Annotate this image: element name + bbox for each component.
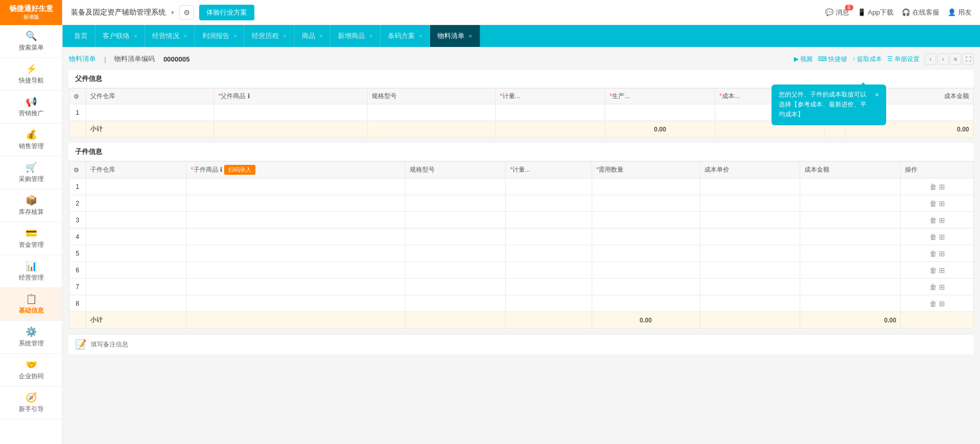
child-needed-qty-3[interactable] <box>592 229 700 245</box>
sidebar-item-inventory[interactable]: 📦 库存核算 <box>0 189 62 222</box>
nav-tab-2[interactable]: 经营情况× <box>145 25 194 47</box>
child-amount-6[interactable] <box>800 279 901 295</box>
copy-icon-3[interactable]: ⊞ <box>939 233 945 241</box>
child-needed-qty-5[interactable] <box>592 262 700 279</box>
user-button[interactable]: 👤 用友 <box>948 8 972 17</box>
child-spec-2[interactable] <box>405 212 506 229</box>
child-unit-cost-2[interactable] <box>700 212 800 229</box>
child-warehouse-5[interactable] <box>86 262 187 279</box>
parent-product-cell[interactable] <box>214 104 368 121</box>
child-warehouse-4[interactable] <box>86 245 187 262</box>
child-unit-cost-6[interactable] <box>700 279 800 295</box>
single-settings-button[interactable]: ☰ 单据设置 <box>887 55 920 64</box>
nav-tab-close-5[interactable]: × <box>320 33 323 39</box>
child-spec-0[interactable] <box>405 178 506 195</box>
child-amount-2[interactable] <box>800 212 901 229</box>
child-product-6[interactable] <box>186 279 405 295</box>
child-qty-5[interactable] <box>506 262 592 279</box>
child-needed-qty-0[interactable] <box>592 178 700 195</box>
delete-icon-7[interactable]: 🗑 <box>929 299 937 308</box>
parent-warehouse-cell[interactable] <box>86 104 214 121</box>
child-spec-3[interactable] <box>405 229 506 245</box>
nav-tab-close-6[interactable]: × <box>369 33 372 39</box>
nav-tab-close-1[interactable]: × <box>134 33 137 39</box>
sidebar-item-basic-info[interactable]: 📋 基础信息 <box>0 288 62 321</box>
shortcut-button[interactable]: ⌨ 快捷键 <box>818 55 847 64</box>
breadcrumb-parent[interactable]: 物料清单 <box>69 54 96 64</box>
nav-tab-5[interactable]: 商品× <box>295 25 330 47</box>
child-spec-6[interactable] <box>405 279 506 295</box>
child-amount-5[interactable] <box>800 262 901 279</box>
nav-tab-7[interactable]: 条码方案× <box>381 25 430 47</box>
child-product-1[interactable] <box>186 195 405 212</box>
copy-icon-2[interactable]: ⊞ <box>939 216 945 224</box>
copy-icon-4[interactable]: ⊞ <box>939 249 945 258</box>
child-warehouse-0[interactable] <box>86 178 187 195</box>
child-unit-cost-1[interactable] <box>700 195 800 212</box>
scan-input-button[interactable]: 扫码录入 <box>224 165 255 175</box>
child-product-5[interactable] <box>186 262 405 279</box>
sidebar-item-enterprise[interactable]: 🤝 企业协同 <box>0 354 62 387</box>
next-page-button[interactable]: › <box>937 53 949 65</box>
delete-icon-5[interactable]: 🗑 <box>929 266 937 274</box>
delete-icon-2[interactable]: 🗑 <box>929 216 937 224</box>
child-product-4[interactable] <box>186 245 405 262</box>
delete-icon-6[interactable]: 🗑 <box>929 283 937 291</box>
parent-prod-cell[interactable] <box>605 104 715 121</box>
sidebar-item-purchase[interactable]: 🛒 采购管理 <box>0 157 62 189</box>
child-qty-4[interactable] <box>506 245 592 262</box>
app-download-button[interactable]: 📱 App下载 <box>858 8 893 17</box>
child-unit-cost-4[interactable] <box>700 245 800 262</box>
delete-icon-1[interactable]: 🗑 <box>929 199 937 208</box>
child-needed-qty-2[interactable] <box>592 212 700 229</box>
sidebar-item-guide[interactable]: 🧭 新手引导 <box>0 387 62 419</box>
child-amount-4[interactable] <box>800 245 901 262</box>
nav-tab-close-2[interactable]: × <box>183 33 187 39</box>
nav-tab-6[interactable]: 新增商品× <box>330 25 380 47</box>
sidebar-item-quick-nav[interactable]: ⚡ 快捷导航 <box>0 58 62 91</box>
copy-icon-1[interactable]: ⊞ <box>939 199 945 208</box>
copy-icon-6[interactable]: ⊞ <box>939 283 945 291</box>
child-needed-qty-1[interactable] <box>592 195 700 212</box>
trial-button[interactable]: 体验行业方案 <box>199 5 254 20</box>
prev-page-button[interactable]: ‹ <box>925 53 936 65</box>
copy-icon-0[interactable]: ⊞ <box>939 183 945 191</box>
child-spec-1[interactable] <box>405 195 506 212</box>
extract-cost-button[interactable]: ↑ 提取成本 <box>852 55 882 64</box>
parent-qty-cell[interactable] <box>496 104 605 121</box>
child-warehouse-3[interactable] <box>86 229 187 245</box>
notification-button[interactable]: 💬 消息 6 <box>825 8 849 17</box>
child-qty-2[interactable] <box>506 212 592 229</box>
child-product-7[interactable] <box>186 295 405 312</box>
child-qty-7[interactable] <box>506 295 592 312</box>
nav-tab-close-8[interactable]: × <box>469 33 472 39</box>
sidebar-item-operations[interactable]: 📊 经营管理 <box>0 255 62 288</box>
sidebar-item-system[interactable]: ⚙️ 系统管理 <box>0 321 62 354</box>
child-warehouse-7[interactable] <box>86 295 187 312</box>
nav-tab-1[interactable]: 客户联络× <box>95 25 145 47</box>
child-unit-cost-0[interactable] <box>700 178 800 195</box>
bottom-note-text[interactable]: 填写备注信息 <box>91 340 128 349</box>
nav-tab-close-4[interactable]: × <box>283 33 286 39</box>
expand-button[interactable]: ⛶ <box>962 53 974 65</box>
child-qty-3[interactable] <box>506 229 592 245</box>
nav-tab-4[interactable]: 经营历程× <box>244 25 294 47</box>
copy-icon-7[interactable]: ⊞ <box>939 299 945 308</box>
child-warehouse-2[interactable] <box>86 212 187 229</box>
menu-button[interactable]: ≡ <box>950 53 961 65</box>
child-amount-7[interactable] <box>800 295 901 312</box>
sidebar-item-search[interactable]: 🔍 搜索菜单 <box>0 25 62 58</box>
gear-button[interactable]: ⚙ <box>179 5 194 20</box>
child-unit-cost-3[interactable] <box>700 229 800 245</box>
nav-tab-close-7[interactable]: × <box>419 33 422 39</box>
child-qty-6[interactable] <box>506 279 592 295</box>
child-product-0[interactable] <box>186 178 405 195</box>
col-settings-parent[interactable]: ⚙ <box>69 89 86 104</box>
nav-tab-close-3[interactable]: × <box>234 33 237 39</box>
child-needed-qty-7[interactable] <box>592 295 700 312</box>
child-unit-cost-5[interactable] <box>700 262 800 279</box>
nav-tab-8[interactable]: 物料清单× <box>430 25 480 47</box>
parent-spec-cell[interactable] <box>368 104 496 121</box>
delete-icon-3[interactable]: 🗑 <box>929 233 937 241</box>
child-warehouse-1[interactable] <box>86 195 187 212</box>
